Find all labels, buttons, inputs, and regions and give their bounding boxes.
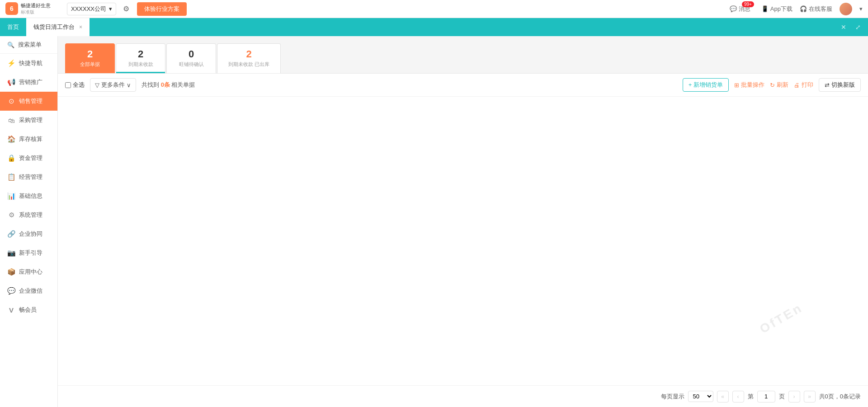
sidebar-item-label: 系统管理 [19, 211, 42, 219]
sidebar-item-system[interactable]: ⚙ 系统管理 [0, 206, 57, 225]
tab-maximize-btn[interactable]: ⤢ [853, 22, 863, 33]
message-btn[interactable]: 💬 消息 99+ [730, 5, 750, 13]
stat-count-all: 2 [87, 48, 93, 60]
sidebar-item-enterprise[interactable]: 🔗 企业协同 [0, 225, 57, 243]
prev-page-btn[interactable]: ‹ [732, 391, 744, 402]
sidebar-item-label: 采购管理 [19, 116, 42, 124]
sidebar-item-label: 资金管理 [19, 154, 42, 162]
select-all-label: 全选 [73, 81, 85, 89]
sidebar-item-operation[interactable]: 📋 经营管理 [0, 168, 57, 187]
chevron-down-icon-user: ▾ [859, 5, 863, 12]
app-download-icon: 📱 [761, 5, 769, 12]
sidebar-item-basic-info[interactable]: 📊 基础信息 [0, 187, 57, 206]
enterprise-icon: 🔗 [7, 230, 15, 238]
purchase-icon: 🛍 [7, 117, 15, 124]
stat-tab-wangpu[interactable]: 0 旺铺待确认 [166, 43, 216, 73]
sidebar-item-purchase[interactable]: 🛍 采购管理 [0, 111, 57, 130]
sidebar-item-label: 企业微信 [19, 287, 42, 295]
stat-tab-overdue-shipped[interactable]: 2 到期未收款 已出库 [217, 43, 281, 73]
sidebar-item-finance[interactable]: 🔒 资金管理 [0, 149, 57, 168]
content-inner: 2 全部单据 2 到期未收款 0 旺铺待确认 2 到期未收款 已出库 [58, 36, 868, 407]
avatar-image [840, 3, 852, 15]
filter-icon: ▽ [95, 82, 99, 89]
tab-bar-controls: ✕ ⤢ [838, 22, 868, 33]
new-sales-btn[interactable]: + 新增销货单 [683, 78, 729, 92]
sidebar-item-label: 基础信息 [19, 192, 42, 200]
stat-tab-all[interactable]: 2 全部单据 [65, 43, 115, 73]
header-right: 💬 消息 99+ 📱 App下载 🎧 在线客服 ▾ [730, 3, 863, 15]
sidebar-item-member[interactable]: V 畅会员 [0, 300, 57, 319]
sidebar-item-label: 企业协同 [19, 230, 42, 238]
page-size-select[interactable]: 50 20 100 [688, 391, 713, 402]
member-icon: V [7, 306, 15, 314]
active-tab-label: 钱货日清工作台 [33, 23, 75, 31]
sidebar-item-sales[interactable]: ⊙ 销售管理 [0, 92, 57, 111]
company-name: XXXXXX公司 [71, 5, 106, 13]
app-download-btn[interactable]: 📱 App下载 [761, 5, 793, 13]
sidebar-search-label: 搜索菜单 [18, 41, 42, 49]
tab-bar: 首页 钱货日清工作台 × ✕ ⤢ [0, 18, 868, 36]
sidebar-item-marketing[interactable]: 📢 营销推广 [0, 73, 57, 92]
sidebar-item-quick-nav[interactable]: ⚡ 快捷导航 [0, 54, 57, 73]
headset-icon: 🎧 [800, 5, 807, 12]
print-label: 打印 [802, 81, 813, 89]
stat-count-wangpu: 0 [189, 48, 194, 60]
online-service-btn[interactable]: 🎧 在线客服 [800, 5, 832, 13]
settings-icon[interactable]: ⚙ [120, 3, 132, 15]
logo-text: 畅捷通好生意 [21, 2, 51, 9]
avatar[interactable] [840, 3, 852, 15]
tab-home[interactable]: 首页 [0, 18, 26, 36]
sales-icon: ⊙ [7, 97, 15, 105]
stats-tabs: 2 全部单据 2 到期未收款 0 旺铺待确认 2 到期未收款 已出库 [58, 36, 868, 74]
select-all-checkbox[interactable]: 全选 [65, 81, 85, 89]
first-page-btn[interactable]: « [717, 391, 729, 402]
chevron-down-icon-filter: ∨ [127, 82, 131, 89]
switch-label: 切换新版 [831, 81, 855, 89]
refresh-btn[interactable]: ↻ 刷新 [770, 81, 788, 89]
toolbar: 全选 ▽ 更多条件 ∨ 共找到 0条 相关单据 + 新增销货单 ⊞ 批量 [58, 74, 868, 97]
message-badge: 99+ [742, 1, 754, 7]
last-page-btn[interactable]: » [804, 391, 816, 402]
found-text: 共找到 0条 相关单据 [142, 81, 195, 89]
sidebar-item-guide[interactable]: 📷 新手引导 [0, 243, 57, 262]
total-info: 共0页，0条记录 [819, 393, 861, 401]
tab-close-window-btn[interactable]: ✕ [838, 22, 849, 33]
system-icon: ⚙ [7, 211, 15, 219]
found-count: 0条 [161, 81, 170, 88]
switch-btn[interactable]: ⇄ 切换新版 [819, 78, 861, 92]
home-tab-label: 首页 [7, 23, 19, 31]
switch-icon: ⇄ [825, 82, 830, 89]
next-page-btn[interactable]: › [788, 391, 800, 402]
sidebar-item-label: 销售管理 [19, 97, 42, 105]
logo-icon: 6 [5, 2, 18, 15]
tab-indicator [116, 72, 165, 73]
inventory-icon: 🏠 [7, 135, 15, 143]
basic-info-icon: 📊 [7, 192, 15, 200]
page-label-pre: 第 [748, 393, 754, 401]
tab-close-icon[interactable]: × [79, 24, 82, 30]
username-area[interactable]: ▾ [859, 5, 863, 12]
sidebar-item-weixin[interactable]: 💬 企业微信 [0, 281, 57, 300]
stat-tab-overdue[interactable]: 2 到期未收款 [116, 43, 165, 73]
sidebar-item-inventory[interactable]: 🏠 库存核算 [0, 130, 57, 149]
search-icon: 🔍 [7, 42, 14, 48]
marketing-icon: 📢 [7, 78, 15, 86]
filter-btn[interactable]: ▽ 更多条件 ∨ [90, 78, 136, 92]
stat-label-all: 全部单据 [80, 61, 100, 68]
sidebar-item-label: 畅会员 [19, 306, 37, 314]
batch-ops-icon: ⊞ [734, 82, 739, 89]
company-selector[interactable]: XXXXXX公司 ▾ [67, 3, 116, 15]
stat-label-overdue-shipped: 到期未收款 已出库 [228, 61, 269, 68]
experience-btn[interactable]: 体验行业方案 [137, 2, 187, 16]
app-download-label: App下载 [770, 5, 793, 13]
page-input[interactable] [757, 391, 775, 402]
batch-ops-btn[interactable]: ⊞ 批量操作 [734, 81, 764, 89]
sidebar-item-app-center[interactable]: 📦 应用中心 [0, 262, 57, 281]
sidebar-search[interactable]: 🔍 搜索菜单 [0, 36, 57, 54]
batch-ops-label: 批量操作 [741, 81, 764, 89]
logo-sub: 标准版 [21, 9, 51, 15]
stat-count-overdue-shipped: 2 [246, 48, 251, 60]
tab-qianhuoqingong[interactable]: 钱货日清工作台 × [26, 18, 90, 36]
print-btn[interactable]: 🖨 打印 [794, 81, 813, 89]
select-all-input[interactable] [65, 82, 71, 88]
